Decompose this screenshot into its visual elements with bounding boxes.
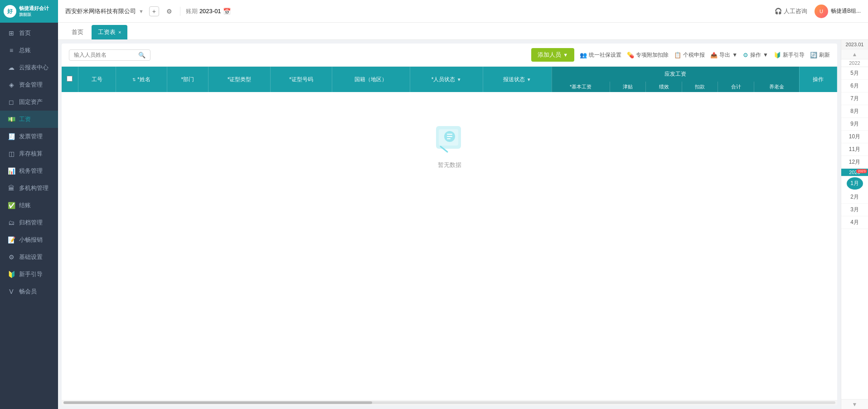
search-input[interactable] <box>74 52 136 58</box>
personal-tax-action[interactable]: 📋 个税申报 <box>674 51 705 59</box>
add-person-button[interactable]: 添加人员 ▼ <box>531 48 574 62</box>
sidebar-item-fixed-assets-label: 固定资产 <box>19 98 43 106</box>
add-company-button[interactable]: + <box>149 6 159 16</box>
sidebar-item-checkout[interactable]: ✅ 结账 <box>0 197 58 214</box>
sidebar-item-ledger[interactable]: ≡ 总账 <box>0 42 58 59</box>
month-2022-11[interactable]: 11月 <box>841 143 868 156</box>
month-2022-7[interactable]: 7月 <box>841 93 868 105</box>
person-status-filter-icon[interactable]: ▼ <box>457 77 461 82</box>
app-logo: 好 畅捷通好会计 旗舰版 <box>0 0 58 23</box>
tax-icon: 📊 <box>7 167 15 175</box>
h-scrollbar[interactable] <box>62 400 837 405</box>
username: 畅捷通B组... <box>831 7 861 15</box>
month-2023-1[interactable]: 1月 <box>847 177 863 190</box>
sidebar-item-multi-org[interactable]: 🏛 多机构管理 <box>0 180 58 197</box>
operations-label: 操作 <box>750 51 761 59</box>
select-all-checkbox[interactable] <box>67 76 73 82</box>
tabs-bar: 首页 工资表 × <box>58 23 868 40</box>
payroll-page: 🔍 添加人员 ▼ 👥 统一社保设置 💊 专项附加扣除 <box>62 44 837 405</box>
service-label: 人工咨询 <box>784 7 807 15</box>
report-status-filter-icon[interactable]: ▼ <box>527 77 531 82</box>
sidebar-item-guide[interactable]: 🔰 新手引导 <box>0 266 58 283</box>
name-sort-icon[interactable]: ⇅ <box>132 78 136 82</box>
sidebar-item-fund[interactable]: ◈ 资金管理 <box>0 76 58 93</box>
sidebar-item-cloud-report[interactable]: ☁ 云报表中心 <box>0 59 58 76</box>
header-divider <box>180 7 180 16</box>
sidebar-item-inventory[interactable]: ◫ 库存核算 <box>0 145 58 162</box>
logo-icon: 好 <box>4 5 16 18</box>
month-2023-4[interactable]: 4月 <box>841 216 868 229</box>
month-2022-8[interactable]: 8月 <box>841 105 868 118</box>
sidebar-item-tax[interactable]: 📊 税务管理 <box>0 162 58 180</box>
month-2023-2[interactable]: 2月 <box>841 191 868 204</box>
operations-dropdown-icon: ▼ <box>763 52 768 58</box>
special-deduction-icon: 💊 <box>627 52 634 58</box>
sidebar-item-invoice[interactable]: 🧾 发票管理 <box>0 128 58 145</box>
calendar-icon[interactable]: 📅 <box>223 8 231 15</box>
sidebar-item-expense[interactable]: 📝 小畅报销 <box>0 231 58 248</box>
sidebar-item-multi-org-label: 多机构管理 <box>19 184 48 192</box>
month-2022-6[interactable]: 6月 <box>841 80 868 93</box>
col-person-status: *人员状态 ▼ <box>410 67 483 92</box>
operations-action[interactable]: ⚙ 操作 ▼ <box>743 51 768 59</box>
table-header-row-1: 工号 ⇅ *姓名 *部门 *证型类型 <box>62 67 837 82</box>
header: 西安虾米网络科技有限公司 ▼ + ⚙ 账期 2023-01 📅 🎧 人工咨询 U… <box>58 0 868 23</box>
search-wrap[interactable]: 🔍 <box>69 49 150 61</box>
cloud-report-icon: ☁ <box>7 64 15 71</box>
sidebar-item-checkout-label: 结账 <box>19 201 31 209</box>
company-selector[interactable]: 西安虾米网络科技有限公司 ▼ <box>65 7 144 15</box>
col-dept: *部门 <box>167 67 209 92</box>
month-2022-9[interactable]: 9月 <box>841 118 868 131</box>
refresh-icon: 🔄 <box>810 52 817 58</box>
sidebar-item-basic[interactable]: ⚙ 基础设置 <box>0 248 58 266</box>
tab-close-icon[interactable]: × <box>118 29 121 35</box>
tab-payroll[interactable]: 工资表 × <box>92 25 127 39</box>
sidebar-item-invoice-label: 发票管理 <box>19 132 43 141</box>
sidebar-item-archive[interactable]: 🗂 归档管理 <box>0 214 58 231</box>
guide-action[interactable]: 🔰 新手引导 <box>774 51 805 59</box>
social-security-label: 统一社保设置 <box>589 51 621 59</box>
sidebar-item-fund-label: 资金管理 <box>19 81 43 89</box>
social-security-icon: 👥 <box>580 52 587 58</box>
content-area: 🔍 添加人员 ▼ 👥 统一社保设置 💊 专项附加扣除 <box>58 40 868 409</box>
month-2022-12[interactable]: 12月 <box>841 156 868 169</box>
sidebar-item-member[interactable]: V 畅会员 <box>0 283 58 300</box>
col-report-status: 报送状态 ▼ <box>483 67 552 92</box>
month-2023-3[interactable]: 3月 <box>841 204 868 216</box>
operations-icon: ⚙ <box>743 52 748 58</box>
sidebar-item-cloud-report-label: 云报表中心 <box>19 63 48 72</box>
ym-scroll-up-button[interactable]: ▲ <box>841 49 868 59</box>
invoice-icon: 🧾 <box>7 133 15 140</box>
export-action[interactable]: 📤 导出 ▼ <box>710 51 737 59</box>
main-area: 西安虾米网络科技有限公司 ▼ + ⚙ 账期 2023-01 📅 🎧 人工咨询 U… <box>58 0 868 409</box>
col-social-ins: 养老金 <box>754 82 799 92</box>
current-year-label[interactable]: 2023 2023 <box>841 169 868 176</box>
human-service-button[interactable]: 🎧 人工咨询 <box>775 7 807 15</box>
settings-icon[interactable]: ⚙ <box>165 6 175 16</box>
tab-home[interactable]: 首页 <box>65 25 90 39</box>
col-base-salary: *基本工资 <box>552 82 610 92</box>
col-checkbox[interactable] <box>62 67 78 92</box>
social-security-action[interactable]: 👥 统一社保设置 <box>580 51 621 59</box>
sidebar-item-home[interactable]: ⊞ 首页 <box>0 24 58 42</box>
svg-rect-5 <box>447 138 451 139</box>
sidebar-item-payroll[interactable]: 💵 工资 <box>0 111 58 128</box>
refresh-action[interactable]: 🔄 刷新 <box>810 51 830 59</box>
user-menu[interactable]: U 畅捷通B组... <box>815 5 861 18</box>
special-deduction-action[interactable]: 💊 专项附加扣除 <box>627 51 669 59</box>
empty-state: 暂无数据 <box>62 92 837 196</box>
month-2022-10[interactable]: 10月 <box>841 131 868 143</box>
toolbar-actions: 添加人员 ▼ 👥 统一社保设置 💊 专项附加扣除 📋 个税申报 <box>531 48 830 62</box>
export-icon: 📤 <box>710 52 718 58</box>
sidebar-item-fixed-assets[interactable]: ◻ 固定资产 <box>0 93 58 111</box>
refresh-label: 刷新 <box>819 51 830 59</box>
prev-year-label: 2022 <box>841 59 868 67</box>
ym-scroll-down-button[interactable]: ▼ <box>841 399 868 409</box>
h-scrollbar-track <box>63 401 835 404</box>
sidebar-item-guide-label: 新手引导 <box>19 270 43 278</box>
guide-icon: 🔰 <box>7 271 15 278</box>
col-allowance: 津贴 <box>610 82 646 92</box>
col-emp-id: 工号 <box>78 67 116 92</box>
month-2022-5[interactable]: 5月 <box>841 67 868 80</box>
col-name: ⇅ *姓名 <box>116 67 167 92</box>
